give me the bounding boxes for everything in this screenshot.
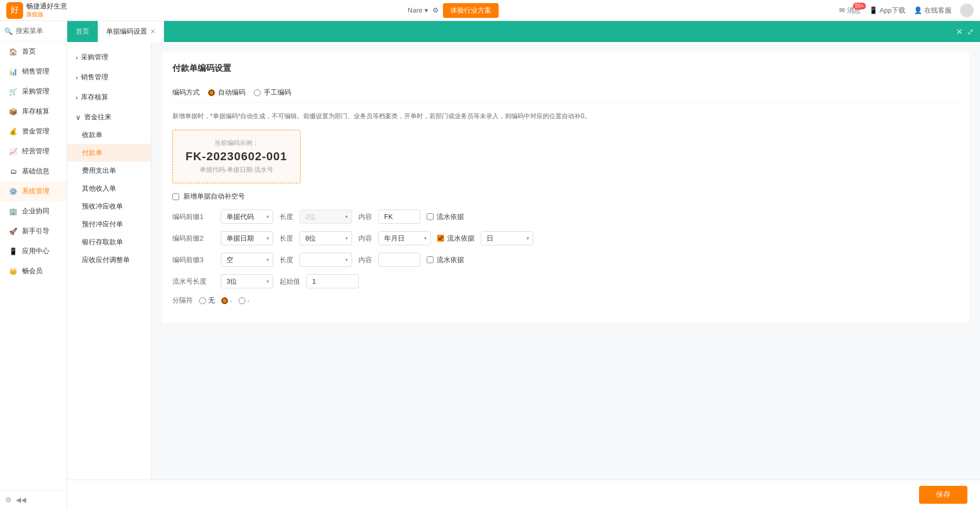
prefix1-watermark-input[interactable] bbox=[427, 213, 434, 220]
sep-dash-option[interactable]: · bbox=[239, 297, 250, 305]
prefix2-watermark-label: 流水依据 bbox=[447, 234, 474, 243]
manual-encoding-option[interactable]: 手工编码 bbox=[254, 88, 291, 97]
company-dropdown[interactable]: Nare ▾ bbox=[408, 6, 428, 14]
sidebar-item-apps[interactable]: 📱 应用中心 bbox=[0, 241, 67, 261]
collapse-icon[interactable]: ◀◀ bbox=[16, 496, 26, 504]
prefix1-select-wrapper: 单据代码 bbox=[221, 210, 273, 224]
save-button[interactable]: 保存 bbox=[919, 486, 967, 504]
logo: 好 畅捷通好生意 旗舰版 bbox=[6, 2, 67, 19]
sidebar-search[interactable]: 🔍 搜索菜单 bbox=[0, 21, 67, 41]
settings-icon[interactable]: ⚙ bbox=[432, 6, 439, 14]
auto-encoding-option[interactable]: 自动编码 bbox=[208, 88, 245, 97]
sidebar-item-inventory[interactable]: 📦 库存核算 bbox=[0, 101, 67, 121]
sub-menu-item-receipt[interactable]: 收款单 bbox=[67, 126, 151, 144]
sub-menu-item-advance-in[interactable]: 预收冲应收单 bbox=[67, 198, 151, 215]
sub-menu-arrow-inventory: › bbox=[76, 94, 78, 101]
bottom-bar: 保存 bbox=[67, 480, 980, 509]
prefix1-length-select[interactable]: 2位 bbox=[300, 210, 352, 224]
prefix1-content-input[interactable] bbox=[378, 210, 420, 224]
sub-menu-inventory: › 库存核算 bbox=[67, 88, 151, 106]
prefix2-length-select[interactable]: 8位 bbox=[300, 231, 352, 245]
sidebar-label-home: 首页 bbox=[22, 47, 36, 56]
auto-fill-label: 新增单据自动补空号 bbox=[183, 192, 245, 201]
prefix2-watermark-input[interactable] bbox=[437, 235, 444, 242]
auto-fill-checkbox[interactable] bbox=[172, 193, 179, 200]
tab-action-expand[interactable]: ⤢ bbox=[967, 27, 974, 37]
message-btn[interactable]: ✉ 消息 99+ bbox=[839, 6, 861, 15]
tab-action-close[interactable]: ✕ bbox=[956, 27, 963, 37]
settings-bottom-icon[interactable]: ⚙ bbox=[5, 496, 12, 504]
sep-dot-label: · bbox=[230, 297, 232, 305]
serial-length-row: 流水号长度 3位 4位 5位 起始值 bbox=[172, 274, 959, 288]
online-service-btn[interactable]: 👤 在线客服 bbox=[914, 6, 952, 15]
tab-encoding-close[interactable]: ✕ bbox=[150, 28, 156, 35]
serial-length-select[interactable]: 3位 4位 5位 bbox=[221, 274, 273, 288]
auto-encoding-label: 自动编码 bbox=[218, 88, 245, 97]
sidebar-item-sales[interactable]: 📊 销售管理 bbox=[0, 61, 67, 81]
sidebar-item-finance[interactable]: 💰 资金管理 bbox=[0, 121, 67, 141]
guide-icon: 🚀 bbox=[8, 226, 18, 236]
tab-encoding-label: 单据编码设置 bbox=[106, 27, 147, 36]
prefix2-content-select[interactable]: 年月日 bbox=[378, 231, 431, 245]
sep-dot-option[interactable]: · bbox=[221, 297, 232, 305]
sidebar: 🔍 搜索菜单 🏠 首页 📊 销售管理 🛒 采购管理 📦 库存核算 💰 bbox=[0, 21, 67, 509]
prefix-row-2: 编码前缀2 单据日期 长度 8位 内容 bbox=[172, 231, 959, 245]
prefix2-period-select[interactable]: 日 月 年 bbox=[481, 231, 533, 245]
prefix3-watermark-checkbox[interactable]: 流水依据 bbox=[427, 255, 464, 265]
app-download-btn[interactable]: 📱 App下载 bbox=[869, 6, 905, 15]
purchase-icon: 🛒 bbox=[8, 87, 18, 96]
prefix3-content-input[interactable] bbox=[378, 253, 420, 267]
sub-menu-item-income[interactable]: 其他收入单 bbox=[67, 180, 151, 198]
basic-icon: 🗂 bbox=[8, 167, 18, 176]
tab-encoding[interactable]: 单据编码设置 ✕ bbox=[98, 21, 164, 42]
prefix3-watermark-label: 流水依据 bbox=[437, 255, 464, 265]
sub-menu-item-expense[interactable]: 费用支出单 bbox=[67, 162, 151, 180]
prefix-row-3: 编码前缀3 空 长度 内容 bbox=[172, 253, 959, 267]
sidebar-item-guide[interactable]: 🚀 新手引导 bbox=[0, 221, 67, 241]
prefix1-length-select-wrapper: 2位 bbox=[300, 210, 352, 224]
sub-menu-sales: › 销售管理 bbox=[67, 68, 151, 86]
sub-menu-item-bank[interactable]: 银行存取款单 bbox=[67, 233, 151, 251]
sidebar-item-system[interactable]: ⚙️ 系统管理 bbox=[0, 181, 67, 201]
search-label: 搜索菜单 bbox=[16, 26, 43, 36]
sidebar-item-member[interactable]: 👑 畅会员 bbox=[0, 261, 67, 281]
content-area: 首页 单据编码设置 ✕ ✕ ⤢ › 采购管理 bbox=[67, 21, 980, 509]
manual-encoding-radio[interactable] bbox=[254, 89, 261, 96]
sub-menu-item-payment[interactable]: 付款单 bbox=[67, 144, 151, 162]
auto-encoding-radio[interactable] bbox=[208, 89, 215, 96]
sub-menu-header-purchase[interactable]: › 采购管理 bbox=[67, 48, 151, 66]
sep-dot-radio[interactable] bbox=[221, 297, 228, 304]
tab-home[interactable]: 首页 bbox=[67, 21, 98, 42]
sub-menu-item-adjustment[interactable]: 应收应付调整单 bbox=[67, 251, 151, 269]
system-icon: ⚙️ bbox=[8, 186, 18, 196]
start-value-input[interactable] bbox=[306, 274, 359, 288]
sub-layout: › 采购管理 › 销售管理 › 库存核算 bbox=[67, 42, 980, 480]
sub-menu-header-capital[interactable]: ∨ 资金往来 bbox=[67, 108, 151, 126]
sub-menu-header-inventory[interactable]: › 库存核算 bbox=[67, 88, 151, 106]
sep-none-option[interactable]: 无 bbox=[199, 296, 215, 305]
sidebar-item-home[interactable]: 🏠 首页 bbox=[0, 41, 67, 61]
sep-dash-radio[interactable] bbox=[239, 297, 245, 304]
sidebar-item-basic[interactable]: 🗂 基础信息 bbox=[0, 161, 67, 181]
prefix2-watermark-checkbox[interactable]: 流水依据 bbox=[437, 234, 474, 243]
trial-btn[interactable]: 体验行业方案 bbox=[443, 3, 499, 18]
sidebar-label-purchase: 采购管理 bbox=[22, 87, 49, 96]
sub-menu-label-capital: 资金往来 bbox=[84, 112, 111, 122]
top-bar-left: 好 畅捷通好生意 旗舰版 bbox=[6, 2, 67, 19]
finance-icon: 💰 bbox=[8, 127, 18, 136]
prefix3-length-select[interactable] bbox=[300, 253, 352, 267]
sidebar-item-purchase[interactable]: 🛒 采购管理 bbox=[0, 81, 67, 101]
prefix1-select[interactable]: 单据代码 bbox=[221, 210, 273, 224]
sub-menu-item-advance-out[interactable]: 预付冲应付单 bbox=[67, 215, 151, 233]
avatar[interactable] bbox=[960, 4, 974, 17]
prefix1-watermark-checkbox[interactable]: 流水依据 bbox=[427, 212, 464, 222]
prefix3-select[interactable]: 空 bbox=[221, 253, 273, 267]
sub-menu-header-sales[interactable]: › 销售管理 bbox=[67, 68, 151, 86]
enterprise-icon: 🏢 bbox=[8, 206, 18, 216]
sidebar-item-operations[interactable]: 📈 经营管理 bbox=[0, 141, 67, 161]
prefix2-select-wrapper: 单据日期 bbox=[221, 231, 273, 245]
prefix2-select[interactable]: 单据日期 bbox=[221, 231, 273, 245]
sidebar-item-enterprise[interactable]: 🏢 企业协同 bbox=[0, 201, 67, 221]
sep-none-radio[interactable] bbox=[199, 297, 206, 304]
prefix3-watermark-input[interactable] bbox=[427, 256, 434, 263]
